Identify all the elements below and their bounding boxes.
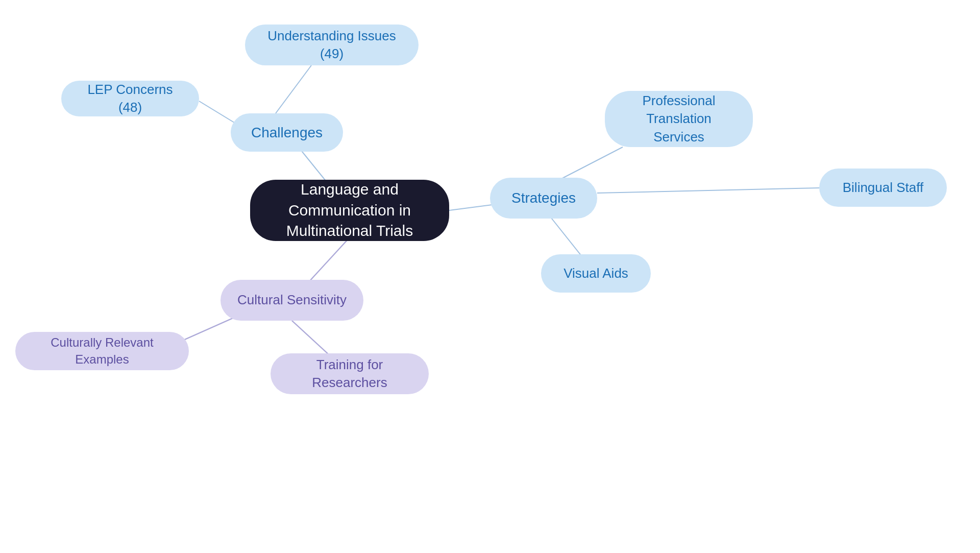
node-bilingual-staff: Bilingual Staff	[819, 169, 947, 207]
svg-line-1	[276, 65, 311, 113]
node-challenges: Challenges	[231, 113, 343, 152]
node-culturally-relevant-examples: Culturally Relevant Examples	[15, 332, 189, 370]
node-professional-translation: Professional Translation Services	[605, 91, 753, 147]
node-understanding-issues: Understanding Issues (49)	[245, 25, 419, 65]
node-center: Language and Communication in Multinatio…	[250, 180, 449, 241]
node-visual-aids: Visual Aids	[541, 254, 651, 293]
node-strategies: Strategies	[490, 178, 597, 219]
svg-line-5	[597, 188, 819, 193]
node-lep-concerns: LEP Concerns (48)	[61, 81, 199, 116]
node-cultural-sensitivity: Cultural Sensitivity	[220, 280, 363, 321]
node-training-for-researchers: Training for Researchers	[271, 353, 429, 394]
